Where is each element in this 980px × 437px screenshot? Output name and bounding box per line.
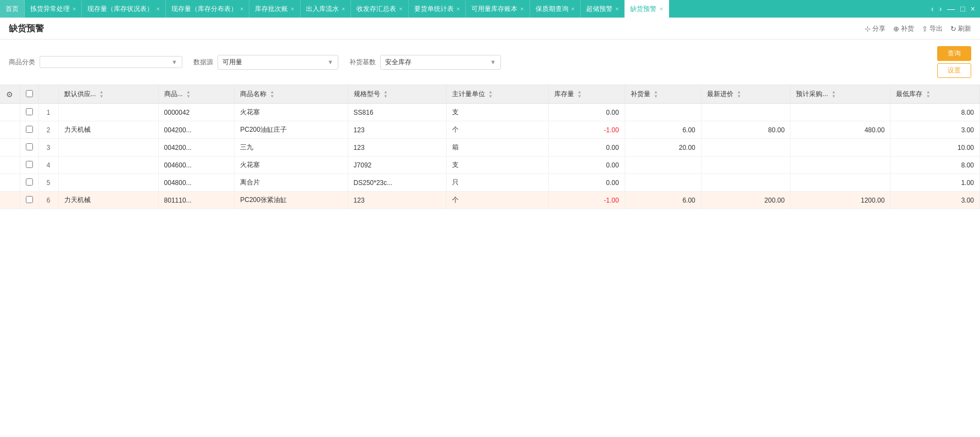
tab-close-inventory-distribution[interactable]: × — [240, 5, 243, 12]
row-supplier-1 — [58, 104, 158, 121]
tab-close-shortage[interactable]: × — [659, 5, 662, 12]
latest-price-sort-icon[interactable]: ▲ ▼ — [737, 90, 741, 99]
tab-picking-exception[interactable]: 拣货异常处理 × — [25, 0, 82, 18]
replenish-base-select[interactable]: 安全库存 ▼ — [380, 55, 501, 70]
header-actions: ⊹ 分享 ⊕ 补货 ⇧ 导出 ↻ 刷新 — [865, 24, 971, 33]
row-product-code-1: 0000042 — [158, 104, 235, 121]
select-all-checkbox[interactable] — [26, 90, 33, 97]
row-select-6[interactable] — [26, 196, 33, 203]
tab-batch-account[interactable]: 库存批次账 × — [249, 0, 300, 18]
row-spec-3: 123 — [348, 139, 446, 156]
tab-next-btn[interactable]: › — [937, 4, 945, 13]
row-stock-5: 0.00 — [548, 174, 625, 192]
tab-minimize-btn[interactable]: — — [944, 4, 957, 13]
col-replenish-qty-header[interactable]: 补货量 ▲ ▼ — [625, 85, 701, 104]
column-settings-icon[interactable]: ⚙ — [6, 90, 13, 99]
tab-navigation: ‹ › — □ × — [926, 4, 980, 13]
row-stock-3: 0.00 — [548, 139, 625, 156]
row-select-2[interactable] — [26, 126, 33, 133]
col-supplier-header[interactable]: 默认供应... ▲ ▼ — [58, 85, 158, 104]
row-supplier-2: 力天机械 — [58, 121, 158, 139]
product-code-sort-icon[interactable]: ▲ ▼ — [186, 90, 191, 99]
page-title: 缺货预警 — [9, 23, 44, 35]
col-latest-price-header[interactable]: 最新进价 ▲ ▼ — [701, 85, 790, 104]
refresh-button[interactable]: ↻ 刷新 — [950, 24, 971, 33]
datasource-dropdown-icon: ▼ — [327, 59, 333, 65]
row-seq-3: 3 — [38, 139, 58, 156]
replenish-base-select-value: 安全库存 — [385, 58, 486, 67]
tab-close-batch-account[interactable]: × — [291, 5, 294, 12]
tab-close-available-ledger[interactable]: × — [520, 5, 524, 12]
row-select-4[interactable] — [26, 161, 33, 168]
est-purchase-sort-icon[interactable]: ▲ ▼ — [832, 90, 836, 99]
replenish-base-label: 补货基数 — [349, 58, 376, 67]
export-button[interactable]: ⇧ 导出 — [922, 24, 943, 33]
row-checkbox-1 — [20, 104, 38, 121]
product-name-sort-icon[interactable]: ▲ ▼ — [270, 90, 275, 99]
tab-home[interactable]: 首页 — [0, 0, 25, 18]
tab-close-demand-stats[interactable]: × — [456, 5, 460, 12]
supplier-sort-icon[interactable]: ▲ ▼ — [99, 90, 104, 99]
tab-close-all-btn[interactable]: × — [968, 4, 978, 13]
row-gear-4 — [0, 156, 20, 174]
tab-close-receive-summary[interactable]: × — [399, 5, 402, 12]
row-product-name-3: 三九 — [235, 139, 348, 156]
row-replenish-qty-4 — [625, 156, 701, 174]
row-select-3[interactable] — [26, 143, 33, 150]
tab-close-inout-flow[interactable]: × — [342, 5, 345, 12]
tab-available-ledger[interactable]: 可用量库存账本 × — [466, 0, 530, 18]
unit-sort-icon[interactable]: ▲ ▼ — [488, 90, 493, 99]
tab-prev-btn[interactable]: ‹ — [928, 4, 937, 13]
row-spec-6: 123 — [348, 192, 446, 209]
row-unit-5: 只 — [446, 174, 548, 192]
row-checkbox-3 — [20, 139, 38, 156]
tab-inventory-status[interactable]: 现存量（库存状况表） × — [82, 0, 165, 18]
row-select-5[interactable] — [26, 178, 33, 186]
col-seq-header — [38, 85, 58, 104]
row-latest-price-5 — [701, 174, 790, 192]
spec-sort-icon[interactable]: ▲ ▼ — [383, 90, 388, 99]
tab-close-inventory-status[interactable]: × — [156, 5, 159, 12]
col-unit-header[interactable]: 主计量单位 ▲ ▼ — [446, 85, 548, 104]
tab-close-picking-exception[interactable]: × — [73, 5, 76, 12]
col-stock-header[interactable]: 库存量 ▲ ▼ — [548, 85, 625, 104]
tab-overstock[interactable]: 超储预警 × — [581, 0, 625, 18]
tab-inout-flow[interactable]: 出入库流水 × — [300, 0, 351, 18]
settings-button[interactable]: 设置 — [937, 63, 971, 78]
query-button[interactable]: 查询 — [937, 46, 971, 61]
row-product-name-5: 离合片 — [235, 174, 348, 192]
row-select-1[interactable] — [26, 108, 33, 115]
row-seq-2: 2 — [38, 121, 58, 139]
replenish-button[interactable]: ⊕ 补货 — [893, 24, 914, 33]
replenish-icon: ⊕ — [893, 25, 899, 33]
datasource-select[interactable]: 可用量 ▼ — [218, 55, 338, 70]
row-replenish-qty-2: 6.00 — [625, 121, 701, 139]
tab-inventory-distribution[interactable]: 现存量（库存分布表） × — [166, 0, 249, 18]
row-supplier-5 — [58, 174, 158, 192]
row-product-code-3: 004200... — [158, 139, 235, 156]
refresh-icon: ↻ — [950, 25, 956, 33]
tab-close-overstock[interactable]: × — [615, 5, 619, 12]
tab-close-shelf-life[interactable]: × — [571, 5, 575, 12]
tab-receive-summary[interactable]: 收发存汇总表 × — [351, 0, 408, 18]
col-est-purchase-header[interactable]: 预计采购... ▲ ▼ — [790, 85, 890, 104]
col-product-name-header[interactable]: 商品名称 ▲ ▼ — [235, 85, 348, 104]
category-select[interactable]: ▼ — [40, 56, 182, 68]
tab-shortage[interactable]: 缺货预警 × — [625, 0, 669, 18]
row-min-stock-1: 8.00 — [890, 104, 980, 121]
tab-shelf-life[interactable]: 保质期查询 × — [530, 0, 581, 18]
category-dropdown-icon: ▼ — [171, 59, 177, 65]
row-unit-6: 个 — [446, 192, 548, 209]
col-product-code-header[interactable]: 商品... ▲ ▼ — [158, 85, 235, 104]
col-checkbox-header — [20, 85, 38, 104]
row-est-purchase-2: 480.00 — [790, 121, 890, 139]
tab-demand-stats[interactable]: 要货单统计表 × — [409, 0, 466, 18]
col-min-stock-header[interactable]: 最低库存 ▲ ▼ — [890, 85, 980, 104]
col-spec-header[interactable]: 规格型号 ▲ ▼ — [348, 85, 446, 104]
data-table: ⚙ 默认供应... ▲ ▼ 商品... — [0, 85, 980, 209]
share-button[interactable]: ⊹ 分享 — [865, 24, 886, 33]
stock-sort-icon[interactable]: ▲ ▼ — [577, 90, 582, 99]
tab-maximize-btn[interactable]: □ — [957, 4, 967, 13]
replenish-qty-sort-icon[interactable]: ▲ ▼ — [654, 90, 658, 99]
min-stock-sort-icon[interactable]: ▲ ▼ — [926, 90, 931, 99]
